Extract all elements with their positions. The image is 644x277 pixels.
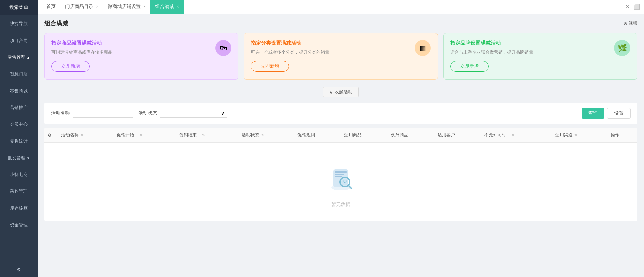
page-header: 组合满减 ⊙ 视频	[44, 19, 637, 27]
table-col-exception-goods: 例外商品	[387, 128, 434, 143]
sort-icon-promo-end[interactable]: ⇅	[202, 133, 205, 137]
tab-store-catalog[interactable]: 门店商品目录 ×	[60, 0, 103, 14]
tab-close-combo-discount[interactable]: ×	[177, 4, 179, 9]
activity-card-desc-brand: 适合与上游企业联合做营销，提升品牌销量	[450, 49, 630, 56]
sidebar-item-retail-mgmt[interactable]: 零售管理 ▲	[0, 49, 38, 66]
sidebar-item-purchase-mgmt[interactable]: 采购管理	[0, 183, 38, 200]
table-col-activity-status: 活动状态 ⇅	[238, 128, 294, 143]
chevron-up-icon: ▲	[27, 56, 30, 59]
table-col-applicable-channel: 适用渠道 ⇅	[552, 128, 607, 143]
bag-icon: 🛍	[215, 40, 231, 56]
table-col-promo-rule: 促销规则	[294, 128, 341, 143]
query-button[interactable]: 查询	[582, 108, 604, 119]
main-area: 首页 门店商品目录 × 微商城店铺设置 × 组合满减 × ✕ ⬜ 组合满减 ⊙ …	[38, 0, 644, 277]
activity-card-specify-brand: 指定品牌设置满减活动 适合与上游企业联合做营销，提升品牌销量 🌿 立即新增	[443, 33, 637, 80]
activity-card-title-brand: 指定品牌设置满减活动	[450, 40, 630, 46]
activity-card-specify-goods: 指定商品设置满减活动 可指定滞销商品或库存较多商品 🛍 立即新增	[44, 33, 238, 80]
tab-bar-right: ✕ ⬜	[624, 4, 640, 10]
filter-bar: 活动名称 活动状态 ∨ 查询 设置	[44, 103, 637, 124]
sidebar-item-membership[interactable]: 会员中心	[0, 116, 38, 133]
sidebar-item-xiaochangec[interactable]: 小畅电商	[0, 166, 38, 183]
sort-icon-activity-status[interactable]: ⇅	[261, 133, 264, 137]
gear-icon: ⚙	[17, 267, 21, 272]
activity-table: ⚙ 活动名称 ⇅ 促销开始... ⇅ 促销结束... ⇅	[44, 128, 637, 221]
sort-icon-no-concurrent[interactable]: ⇅	[512, 133, 514, 137]
table-col-applicable-goods: 适用商品	[341, 128, 387, 143]
chevron-down-icon: ∨	[221, 111, 224, 116]
tab-close-wechat-store[interactable]: ×	[143, 4, 146, 9]
table-body: 暂无数据	[44, 143, 637, 221]
page-content: 组合满减 ⊙ 视频 指定商品设置满减活动 可指定滞销商品或库存较多商品 🛍 立即…	[38, 14, 644, 277]
video-link[interactable]: ⊙ 视频	[624, 20, 637, 26]
sidebar-item-wholesale-mgmt[interactable]: 批发管理 ▼	[0, 150, 38, 166]
play-circle-icon: ⊙	[624, 21, 627, 26]
svg-point-6	[341, 179, 348, 185]
activity-status-select[interactable]: ∨	[160, 109, 227, 118]
sidebar-search[interactable]: 搜索菜单	[0, 0, 38, 15]
setting-button[interactable]: 设置	[607, 108, 631, 119]
activity-name-label: 活动名称	[51, 110, 70, 116]
tab-combo-discount[interactable]: 组合满减 ×	[150, 0, 184, 14]
filter-activity-name: 活动名称	[51, 109, 133, 118]
activity-card-desc-goods: 可指定滞销商品或库存较多商品	[51, 49, 231, 56]
sort-icon-promo-start[interactable]: ⇅	[140, 133, 142, 137]
sidebar-item-fund-mgmt[interactable]: 资金管理	[0, 217, 38, 233]
sidebar-item-quick-nav[interactable]: 快捷导航	[0, 15, 38, 32]
svg-point-8	[343, 181, 344, 182]
table-header-row: ⚙ 活动名称 ⇅ 促销开始... ⇅ 促销结束... ⇅	[44, 128, 637, 143]
chevron-down-icon: ▼	[27, 156, 30, 160]
svg-point-9	[344, 182, 346, 183]
table-col-no-concurrent: 不允许同时... ⇅	[481, 128, 552, 143]
svg-point-10	[346, 181, 347, 182]
table-col-activity-name: 活动名称 ⇅	[58, 128, 113, 143]
table-col-applicable-customer: 适用客户	[434, 128, 481, 143]
tab-bar: 首页 门店商品目录 × 微商城店铺设置 × 组合满减 × ✕ ⬜	[38, 0, 644, 14]
sidebar-item-marketing[interactable]: 营销推广	[0, 99, 38, 116]
tab-close-store-catalog[interactable]: ×	[96, 4, 98, 9]
sort-icon-applicable-channel[interactable]: ⇅	[574, 133, 577, 137]
svg-rect-2	[335, 171, 347, 173]
svg-rect-4	[335, 176, 342, 177]
sidebar-item-project-contract[interactable]: 项目合同	[0, 32, 38, 49]
table-col-operation: 操作	[607, 128, 637, 143]
category-icon: ▦	[415, 40, 431, 56]
table-col-promo-end: 促销结束... ⇅	[176, 128, 238, 143]
sidebar-item-smart-store[interactable]: 智慧门店	[0, 66, 38, 82]
activity-card-specify-category: 指定分类设置满减活动 可选一个或者多个分类，提升分类的销量 ▦ 立即新增	[244, 33, 438, 80]
sidebar-item-retail-mall[interactable]: 零售商城	[0, 82, 38, 99]
chevron-up-icon: ∧	[329, 90, 333, 95]
sidebar: 搜索菜单 快捷导航 项目合同 零售管理 ▲ 智慧门店 零售商城 营销推广 会员中…	[0, 0, 38, 277]
sidebar-item-retail-stats[interactable]: 零售统计	[0, 133, 38, 150]
collapse-button[interactable]: ∧ 收起活动	[323, 87, 359, 97]
sidebar-item-inventory[interactable]: 库存核算	[0, 200, 38, 217]
filter-activity-status: 活动状态 ∨	[138, 109, 227, 118]
page-title: 组合满减	[44, 19, 68, 27]
add-brand-activity-button[interactable]: 立即新增	[450, 61, 489, 72]
add-goods-activity-button[interactable]: 立即新增	[51, 61, 90, 72]
table-col-promo-start: 促销开始... ⇅	[113, 128, 176, 143]
sort-icon-activity-name[interactable]: ⇅	[81, 133, 83, 137]
activity-card-title-category: 指定分类设置满减活动	[251, 40, 431, 46]
close-button[interactable]: ✕	[624, 4, 631, 10]
sidebar-settings[interactable]: ⚙	[0, 262, 38, 277]
activity-card-desc-category: 可选一个或者多个分类，提升分类的销量	[251, 49, 431, 56]
svg-rect-3	[335, 174, 344, 175]
empty-state: 暂无数据	[44, 143, 637, 221]
activity-name-input[interactable]	[73, 109, 133, 118]
table-container: ⚙ 活动名称 ⇅ 促销开始... ⇅ 促销结束... ⇅	[44, 128, 637, 221]
filter-actions: 查询 设置	[582, 108, 631, 119]
activity-status-label: 活动状态	[138, 110, 157, 116]
empty-state-row: 暂无数据	[44, 143, 637, 221]
table-col-settings: ⚙	[44, 128, 58, 143]
empty-state-text: 暂无数据	[331, 202, 350, 208]
empty-state-illustration	[324, 163, 358, 196]
collapse-bar: ∧ 收起活动	[44, 84, 637, 103]
maximize-button[interactable]: ⬜	[633, 4, 640, 10]
add-category-activity-button[interactable]: 立即新增	[251, 61, 289, 72]
activity-card-title-goods: 指定商品设置满减活动	[51, 40, 231, 46]
tab-wechat-store[interactable]: 微商城店铺设置 ×	[103, 0, 150, 14]
tab-home[interactable]: 首页	[42, 0, 60, 14]
settings-col-icon[interactable]: ⚙	[48, 133, 52, 138]
activity-cards: 指定商品设置满减活动 可指定滞销商品或库存较多商品 🛍 立即新增 指定分类设置满…	[44, 33, 637, 80]
leaf-icon: 🌿	[614, 40, 630, 56]
